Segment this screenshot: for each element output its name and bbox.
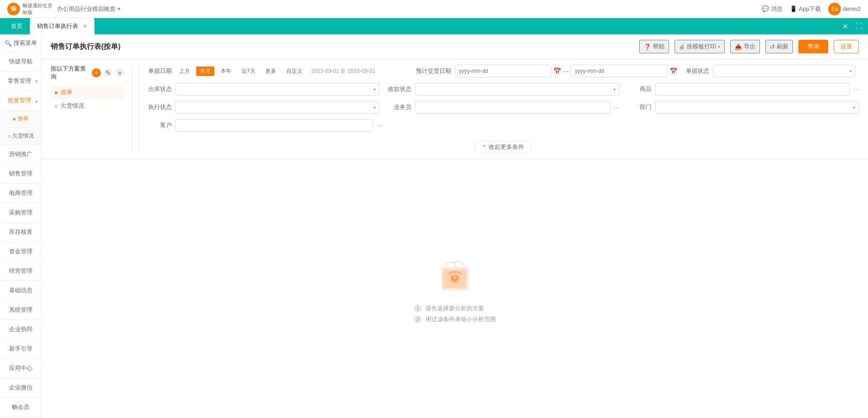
filter-item-out-status: 出库状态 <box>147 83 379 95</box>
sidebar-item-marketing[interactable]: 营销推广 <box>0 145 41 164</box>
message-button[interactable]: 💬 消息 <box>762 5 783 13</box>
app-download-button[interactable]: 📱 App下载 <box>790 5 821 13</box>
payment-status-select[interactable] <box>415 83 619 95</box>
calendar-start-icon[interactable]: 📅 <box>553 67 561 75</box>
sidebar-item-wholesale[interactable]: 批发管理 ▴ <box>0 91 41 110</box>
edit-scheme-button[interactable]: ✎ <box>104 68 113 77</box>
goods-more-icon[interactable]: ··· <box>854 86 859 93</box>
payment-status-label: 收款状态 <box>387 85 411 93</box>
sidebar-item-newbie[interactable]: 新手引导 <box>0 339 41 359</box>
refresh-icon: ↺ <box>770 43 775 50</box>
svg-point-2 <box>450 274 459 283</box>
filter-item-expected-date: 预计交货日期 📅 — 📅 <box>416 65 678 77</box>
sidebar-item-appstore[interactable]: 应用中心 <box>0 359 41 378</box>
customer-more-icon[interactable]: ··· <box>377 122 382 129</box>
sidebar-sub-item-press-order[interactable]: ● 按单 <box>0 110 41 128</box>
sidebar-item-finance[interactable]: 资金管理 <box>0 242 41 261</box>
status-select[interactable] <box>713 65 855 77</box>
svg-point-3 <box>451 276 453 278</box>
retail-arrow-icon: ▾ <box>35 79 38 84</box>
expected-date-end[interactable] <box>571 65 668 77</box>
page-header: 销售订单执行表(按单) ❓ 帮助 🖨 按模板打印 ▾ 📤 导出 <box>42 34 868 59</box>
left-panel: 按以下方案查询 ＋ ✎ « ● 按单 ○ 欠货情况 <box>51 65 132 153</box>
salesperson-more-icon[interactable]: ··· <box>614 104 619 111</box>
customer-label: 客户 <box>147 121 172 129</box>
refresh-button[interactable]: ↺ 刷新 <box>765 40 793 53</box>
empty-illustration <box>432 254 477 299</box>
close-tab-action[interactable]: ✕ <box>840 20 850 33</box>
sidebar-item-ecommerce[interactable]: 电商管理 <box>0 184 41 203</box>
sidebar-item-enterprise[interactable]: 企业协同 <box>0 320 41 339</box>
collapse-panel-button[interactable]: « <box>115 68 124 77</box>
filter-main: 按以下方案查询 ＋ ✎ « ● 按单 ○ 欠货情况 <box>51 65 859 153</box>
filter-row-1: 单据日期 上月 本月 本年 近7天 更多 自定义 2023-03-01 至 20… <box>147 65 859 77</box>
sidebar-item-shortcut[interactable]: 快捷导航 <box>0 52 41 71</box>
page-title: 销售订单执行表(按单) <box>51 42 121 52</box>
exec-status-select[interactable] <box>175 101 379 114</box>
sidebar-item-system[interactable]: 系统管理 <box>0 300 41 320</box>
sidebar-item-inventory[interactable]: 库存核算 <box>0 223 41 242</box>
print-button[interactable]: 🖨 按模板打印 ▾ <box>675 40 725 53</box>
dept-select[interactable] <box>655 101 859 114</box>
tip-number-1: 1 <box>414 304 422 313</box>
tab-sales-order[interactable]: 销售订单执行表 ✕ <box>30 18 94 34</box>
filter-item-salesperson: 业务员 ··· <box>387 101 619 114</box>
out-status-label: 出库状态 <box>147 85 172 93</box>
customer-input[interactable] <box>175 119 373 132</box>
sidebar-item-basic[interactable]: 基础信息 <box>0 281 41 300</box>
date-tab-current-year[interactable]: 本年 <box>217 66 235 76</box>
filter-row-3: 执行状态 业务员 ··· <box>147 101 859 114</box>
tab-bar-actions: ✕ ⛶ <box>840 20 864 33</box>
sidebar-sub-item-debt[interactable]: ○ 欠货情况 <box>0 128 41 145</box>
expand-tab-action[interactable]: ⛶ <box>854 20 864 32</box>
add-scheme-button[interactable]: ＋ <box>92 68 101 77</box>
breadcrumb-dropdown-icon[interactable]: ▾ <box>118 5 121 12</box>
expected-date-start[interactable] <box>455 65 552 77</box>
export-button[interactable]: 📤 导出 <box>730 40 760 53</box>
download-icon: 📱 <box>790 5 797 12</box>
sub-menu-press-order[interactable]: ● 按单 <box>51 86 124 99</box>
goods-input[interactable] <box>655 83 850 95</box>
out-status-select[interactable] <box>175 83 379 95</box>
expected-date-label: 预计交货日期 <box>416 67 451 75</box>
salesperson-input[interactable] <box>415 101 610 114</box>
page-header-actions: ❓ 帮助 🖨 按模板打印 ▾ 📤 导出 ↺ 刷新 <box>639 40 859 53</box>
date-tab-last-7[interactable]: 近7天 <box>238 66 259 76</box>
sidebar-item-operations[interactable]: 经营管理 <box>0 261 41 281</box>
date-tab-more[interactable]: 更多 <box>262 66 280 76</box>
sidebar-search[interactable]: 🔍 搜索菜单 <box>0 34 41 52</box>
logo-area: 畅 畅捷通好生意 标版 <box>7 2 52 15</box>
date-tab-current-month[interactable]: 本月 <box>196 66 214 76</box>
out-status-select-wrap <box>175 83 379 95</box>
page-title-row: 销售订单执行表(按单) ❓ 帮助 🖨 按模板打印 ▾ 📤 导出 <box>51 40 859 53</box>
sidebar-item-purchase[interactable]: 采购管理 <box>0 203 41 223</box>
tab-bar: 首页 销售订单执行表 ✕ ✕ ⛶ <box>0 18 868 34</box>
print-arrow-icon: ▾ <box>718 44 720 49</box>
user-area[interactable]: Ea demo2 <box>828 3 861 15</box>
sub-menu-debt[interactable]: ○ 欠货情况 <box>51 99 124 113</box>
salesperson-label: 业务员 <box>387 103 411 111</box>
filter-divider <box>139 65 140 153</box>
filter-item-status: 单据状态 <box>684 65 859 77</box>
collapse-filters-button[interactable]: ⌃ 收起更多条件 <box>474 141 532 153</box>
date-tab-last-month[interactable]: 上月 <box>175 66 193 76</box>
help-button[interactable]: ❓ 帮助 <box>639 40 669 53</box>
press-order-menu-icon: ● <box>54 89 58 96</box>
status-label: 单据状态 <box>684 67 709 75</box>
sidebar-item-sales[interactable]: 销售管理 <box>0 164 41 184</box>
tab-home[interactable]: 首页 <box>4 18 30 34</box>
calendar-end-icon[interactable]: 📅 <box>670 67 677 75</box>
content-area: 销售订单执行表(按单) ❓ 帮助 🖨 按模板打印 ▾ 📤 导出 <box>42 34 868 418</box>
goods-label: 商品 <box>627 85 651 93</box>
date-tab-custom[interactable]: 自定义 <box>283 66 306 76</box>
sidebar-item-retail[interactable]: 零售管理 ▾ <box>0 71 41 91</box>
tab-close-icon[interactable]: ✕ <box>83 23 87 29</box>
sidebar-item-member[interactable]: 畅会员 <box>0 398 41 417</box>
header-right: 💬 消息 📱 App下载 Ea demo2 <box>762 3 861 15</box>
search-button[interactable]: 查询 <box>798 40 828 53</box>
sidebar-item-wechat[interactable]: 企业微信 <box>0 378 41 398</box>
settings-button[interactable]: 设置 <box>834 40 859 53</box>
filter-item-exec-status: 执行状态 <box>147 101 379 114</box>
filter-right-content: 单据日期 上月 本月 本年 近7天 更多 自定义 2023-03-01 至 20… <box>147 65 859 153</box>
breadcrumb[interactable]: 办公用品行业模拟账套 ▾ <box>57 5 121 13</box>
